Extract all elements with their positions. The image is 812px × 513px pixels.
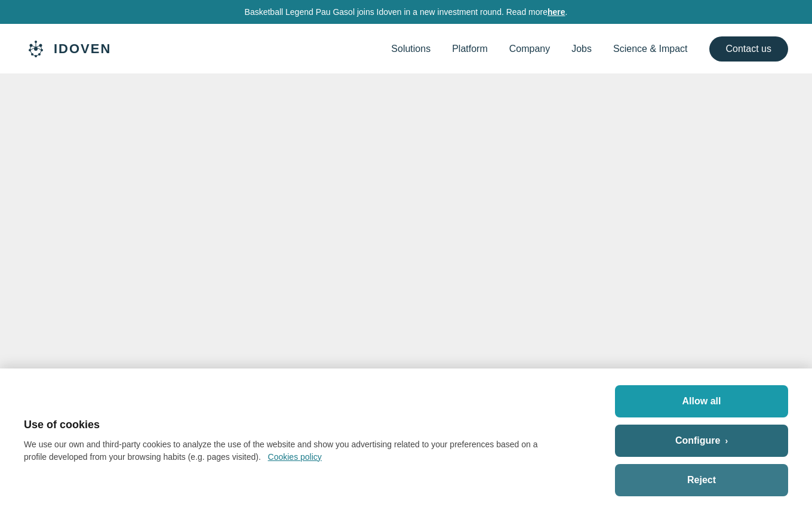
svg-line-17 — [39, 50, 42, 54]
cookie-description: We use our own and third-party cookies t… — [24, 438, 561, 463]
nav-science-impact[interactable]: Science & Impact — [613, 44, 688, 54]
cookie-title: Use of cookies — [24, 419, 561, 431]
nav-jobs[interactable]: Jobs — [571, 44, 592, 54]
chevron-right-icon: › — [725, 436, 728, 446]
cookie-buttons: Allow all Configure › Reject — [615, 385, 788, 496]
nav-platform[interactable]: Platform — [452, 44, 488, 54]
logo[interactable]: IDOVEN — [24, 37, 111, 61]
announcement-link[interactable]: here — [548, 7, 565, 17]
contact-button[interactable]: Contact us — [709, 36, 788, 62]
cookie-policy-link[interactable]: Cookies policy — [268, 452, 322, 462]
configure-button[interactable]: Configure › — [615, 425, 788, 457]
reject-button[interactable]: Reject — [615, 464, 788, 496]
announcement-period: . — [565, 7, 568, 17]
logo-icon — [24, 37, 48, 61]
nav-company[interactable]: Company — [509, 44, 550, 54]
nav-solutions[interactable]: Solutions — [391, 44, 430, 54]
cookie-banner: Use of cookies We use our own and third-… — [0, 368, 812, 513]
logo-text: IDOVEN — [54, 41, 111, 57]
navbar: IDOVEN Solutions Platform Company Jobs S… — [0, 24, 812, 73]
nav-links: Solutions Platform Company Jobs Science … — [391, 36, 788, 62]
allow-all-button[interactable]: Allow all — [615, 385, 788, 417]
main-content — [0, 73, 812, 385]
announcement-text: Basketball Legend Pau Gasol joins Idoven… — [245, 7, 548, 17]
cookie-text-section: Use of cookies We use our own and third-… — [24, 419, 561, 463]
svg-line-16 — [30, 50, 32, 54]
announcement-bar: Basketball Legend Pau Gasol joins Idoven… — [0, 0, 812, 24]
